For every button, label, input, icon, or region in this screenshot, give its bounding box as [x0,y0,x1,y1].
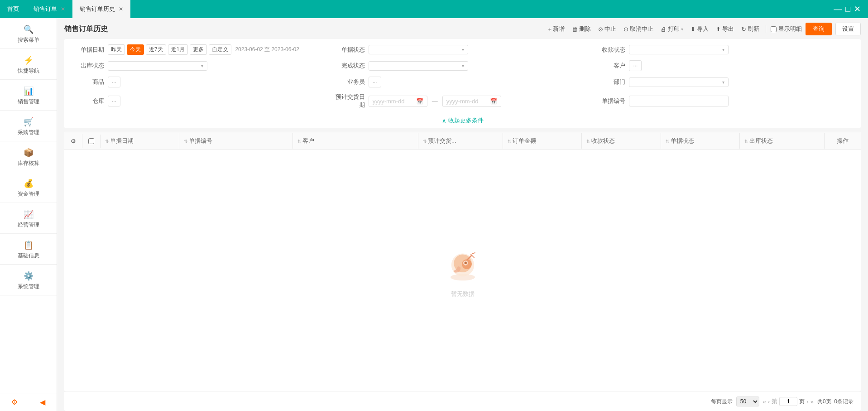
date-btn-custom[interactable]: 自定义 [209,44,231,55]
date-btn-yesterday[interactable]: 昨天 [108,44,125,55]
salesman-ellipsis-button[interactable]: ··· [369,77,381,87]
th-pay-status[interactable]: ⇅ 收款状态 [582,133,661,149]
prev-page-icon[interactable]: ‹ [768,398,770,405]
next-page-icon[interactable]: › [806,398,808,405]
toolbar-divider [766,25,766,33]
cancel-stop-button[interactable]: ⊙ 取消中止 [622,25,655,33]
th-operation-label: 操作 [837,137,849,145]
out-status-label: 出库状态 [72,62,108,70]
th-customer[interactable]: ⇅ 客户 [293,133,418,149]
filter-row-1: 单据日期 昨天 今天 近7天 近1月 更多 自定义 2023-06-02 至 2… [72,44,854,55]
tab-sales-order-label: 销售订单 [34,5,57,13]
quick-nav-icon: ⚡ [24,55,34,65]
th-date-label: 单据日期 [110,137,134,145]
sidebar-item-purchase-mgmt-label: 采购管理 [18,129,39,136]
calendar-end-icon: 📅 [490,98,497,105]
th-delivery[interactable]: ⇅ 预计交货... [418,133,503,149]
delivery-date-label: 预计交货日期 [332,93,369,109]
sidebar-item-funds-mgmt[interactable]: 💰 资金管理 [0,172,57,203]
date-btn-7days[interactable]: 近7天 [146,44,166,55]
pay-status-label: 收款状态 [593,46,629,54]
print-label: 打印 [668,25,680,33]
date-btn-more[interactable]: 更多 [190,44,207,55]
th-bill-status[interactable]: ⇅ 单据状态 [661,133,740,149]
export-button[interactable]: ⬆ 导出 [714,25,736,33]
complete-status-select[interactable]: ▾ [369,61,468,71]
window-max-icon[interactable]: □ [845,5,850,14]
collapse-label: 收起更多条件 [448,116,484,125]
window-min-icon[interactable]: — [834,5,842,14]
new-button[interactable]: + 新增 [546,25,566,33]
customer-ellipsis-button[interactable]: ··· [629,60,642,71]
total-info: 共0页, 0条记录 [817,398,854,406]
th-date[interactable]: ⇅ 单据日期 [101,133,179,149]
sidebar-item-sales-mgmt[interactable]: 📊 销售管理 [0,80,57,111]
date-btn-today[interactable]: 今天 [127,44,144,55]
th-out-status[interactable]: ⇅ 出库状态 [740,133,825,149]
department-label: 部门 [593,78,629,86]
collapse-row[interactable]: ∧ 收起更多条件 [72,115,854,125]
import-button[interactable]: ⬇ 导入 [689,25,710,33]
out-status-filter: ▾ [108,61,332,71]
export-label: 导出 [722,25,734,33]
department-select[interactable]: ▾ [629,77,729,87]
last-page-icon[interactable]: » [810,398,814,405]
th-customer-label: 客户 [302,137,314,145]
th-number[interactable]: ⇅ 单据编号 [179,133,293,149]
stop-icon: ⊘ [598,26,603,33]
filter-row-3: 商品 ··· 业务员 ··· 部门 ▾ [72,77,854,87]
bill-number-input[interactable] [629,96,729,106]
page-input[interactable]: 1 [779,397,797,406]
sort-bill-icon: ⇅ [666,139,669,144]
sidebar-item-purchase-mgmt[interactable]: 🛒 采购管理 [0,111,57,141]
th-pay-status-label: 收款状态 [591,137,615,145]
per-page-label: 每页显示 [711,398,733,406]
delivery-date-end[interactable]: yyyy-mm-dd 📅 [442,96,501,107]
date-btn-1month[interactable]: 近1月 [168,44,188,55]
sidebar-item-basic-info[interactable]: 📋 基础信息 [0,234,57,265]
tab-home[interactable]: 首页 [0,0,26,18]
window-close-icon[interactable]: ✕ [854,4,861,14]
per-page-select[interactable]: 50 20 100 [736,396,759,406]
query-button[interactable]: 查询 [806,23,832,35]
display-columns-label: 显示明细 [778,25,802,33]
th-delivery-label: 预计交货... [428,137,456,145]
tab-sales-order[interactable]: 销售订单 ✕ [26,0,72,18]
complete-status-label: 完成状态 [332,62,369,70]
sidebar-item-quick-nav[interactable]: ⚡ 快捷导航 [0,49,57,80]
toolbar: + 新增 🗑 删除 ⊘ 中止 ⊙ 取消中止 🖨 打印 [546,23,861,35]
th-amount[interactable]: ⇅ 订单金额 [503,133,582,149]
sidebar-collapse-icon[interactable]: ◀ [40,398,45,406]
collapse-up-icon: ∧ [442,117,446,124]
sidebar-settings-icon[interactable]: ⚙ [11,398,18,406]
bill-status-label: 单据状态 [332,46,369,54]
warehouse-ellipsis-button[interactable]: ··· [108,96,120,106]
tab-sales-history-close[interactable]: ✕ [119,6,123,12]
select-all-checkbox[interactable] [88,138,94,144]
pay-status-select[interactable]: ▾ [629,45,729,54]
th-gear[interactable]: ⚙ [64,134,82,148]
delivery-date-start[interactable]: yyyy-mm-dd 📅 [369,96,427,107]
bill-status-select[interactable]: ▾ [369,45,468,54]
goods-ellipsis-button[interactable]: ··· [108,77,120,87]
sales-mgmt-icon: 📊 [24,86,34,96]
out-status-select[interactable]: ▾ [108,61,207,71]
sidebar-item-quick-nav-label: 快捷导航 [18,67,39,75]
first-page-icon[interactable]: « [763,398,766,405]
tab-sales-order-close[interactable]: ✕ [61,6,65,12]
delete-button[interactable]: 🗑 删除 [570,25,593,33]
top-bar: 首页 销售订单 ✕ 销售订单历史 ✕ — □ ✕ [0,0,868,18]
print-button[interactable]: 🖨 打印 ▾ [659,25,685,33]
th-check[interactable] [82,135,101,148]
sidebar-item-search-menu[interactable]: 🔍 搜索菜单 [0,18,57,49]
sidebar-item-sys-mgmt[interactable]: ⚙️ 系统管理 [0,265,57,295]
display-columns-input[interactable] [771,26,777,32]
display-columns-checkbox[interactable]: 显示明细 [771,25,802,33]
sort-out-icon: ⇅ [744,139,748,144]
tab-sales-history[interactable]: 销售订单历史 ✕ [72,0,130,18]
stop-button[interactable]: ⊘ 中止 [596,25,618,33]
settings-button[interactable]: 设置 [835,23,861,35]
sidebar-item-ops-mgmt[interactable]: 📈 经营管理 [0,203,57,234]
sidebar-item-stock-calc[interactable]: 📦 库存核算 [0,141,57,172]
refresh-button[interactable]: ↻ 刷新 [739,25,761,33]
